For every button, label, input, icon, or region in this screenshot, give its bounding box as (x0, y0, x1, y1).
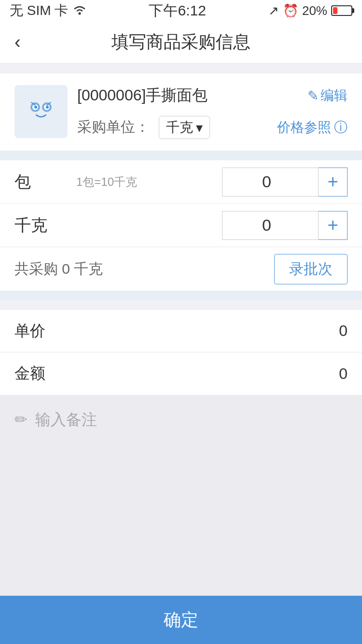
input-section: 包 1包=10千克 + 千克 + (0, 160, 362, 247)
alarm-icon: ⏰ (283, 3, 298, 18)
notes-section[interactable]: ✏ 输入备注 (0, 395, 362, 491)
bao-input[interactable] (222, 168, 319, 196)
kg-input-control: + (222, 211, 348, 240)
amount-label: 金额 (14, 363, 45, 384)
status-right: ↗ ⏰ 20% (268, 3, 352, 18)
product-card: [0000006]手撕面包 ✎ 编辑 采购单位： 千克 ▾ 价格参照 ⓘ (0, 73, 362, 151)
product-image (14, 85, 68, 138)
section-divider-2 (0, 291, 362, 300)
total-label: 共采购 0 千克 (14, 259, 103, 279)
price-ref-label: 价格参照 (277, 118, 331, 137)
svg-point-0 (79, 13, 81, 15)
amount-value: 0 (339, 365, 348, 383)
product-name: [0000006]手撕面包 (77, 85, 208, 106)
kg-plus-button[interactable]: + (319, 211, 348, 240)
bao-input-row: 包 1包=10千克 + (0, 160, 362, 204)
unit-select-dropdown[interactable]: 千克 ▾ (159, 116, 210, 139)
product-logo (22, 91, 60, 133)
unit-value: 千克 (166, 118, 193, 137)
unit-price-label: 单价 (14, 321, 45, 342)
svg-point-1 (23, 92, 59, 128)
section-divider-1 (0, 151, 362, 160)
bao-sublabel: 1包=10千克 (76, 174, 222, 190)
product-info: [0000006]手撕面包 ✎ 编辑 采购单位： 千克 ▾ 价格参照 ⓘ (77, 85, 348, 139)
status-bar: 无 SIM 卡 下午6:12 ↗ ⏰ 20% (0, 0, 362, 21)
confirm-button[interactable]: 确定 (0, 596, 362, 644)
price-reference-button[interactable]: 价格参照 ⓘ (277, 118, 348, 137)
location-icon: ↗ (268, 3, 279, 18)
battery-percent: 20% (302, 3, 327, 18)
bao-label: 包 (14, 171, 72, 193)
status-left: 无 SIM 卡 (10, 1, 86, 20)
unit-label-text: 采购单位： (77, 119, 150, 135)
unit-price-row: 单价 0 (0, 310, 362, 352)
price-info-section: 单价 0 金额 0 (0, 310, 362, 395)
battery-icon (331, 5, 352, 16)
edit-button[interactable]: ✎ 编辑 (307, 86, 348, 105)
bao-input-control: + (222, 168, 348, 196)
amount-row: 金额 0 (0, 352, 362, 395)
unit-price-value: 0 (339, 322, 348, 340)
unit-selector[interactable]: 采购单位： 千克 ▾ (77, 116, 210, 139)
kg-label: 千克 (14, 214, 72, 237)
total-row: 共采购 0 千克 录批次 (0, 247, 362, 291)
back-button[interactable]: ‹ (14, 32, 43, 53)
notes-placeholder: 输入备注 (35, 409, 97, 431)
svg-point-7 (46, 106, 49, 109)
chevron-down-icon: ▾ (196, 120, 203, 136)
nav-bar: ‹ 填写商品采购信息 (0, 21, 362, 64)
record-batch-button[interactable]: 录批次 (274, 254, 348, 284)
edit-icon: ✎ (307, 88, 319, 104)
notes-pencil-icon: ✏ (14, 410, 28, 429)
bao-plus-button[interactable]: + (319, 168, 348, 196)
svg-point-6 (34, 106, 37, 109)
status-time: 下午6:12 (149, 1, 206, 21)
kg-input-row: 千克 + (0, 204, 362, 247)
help-icon: ⓘ (334, 118, 348, 137)
page-title: 填写商品采购信息 (43, 30, 319, 54)
wifi-icon (73, 3, 86, 18)
sim-text: 无 SIM 卡 (10, 1, 68, 20)
kg-input[interactable] (222, 211, 319, 240)
